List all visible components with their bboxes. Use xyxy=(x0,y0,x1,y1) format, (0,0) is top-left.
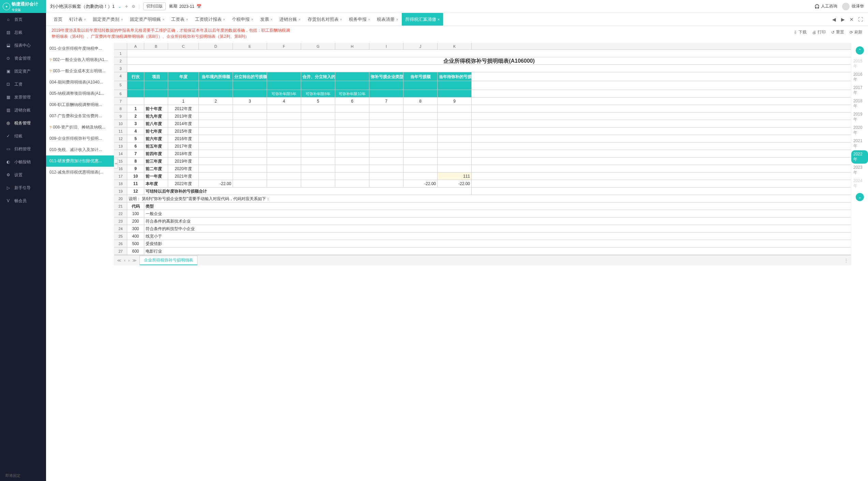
cell-rowno[interactable]: 2 xyxy=(127,112,144,120)
form-item-7[interactable]: ?008-资产折旧、摊销及纳税... xyxy=(46,122,114,133)
cell-rowno[interactable]: 7 xyxy=(127,150,144,157)
year-2023年[interactable]: 2023年 xyxy=(851,164,868,177)
consult-button[interactable]: 🎧 人工咨询 xyxy=(814,3,837,9)
tab-close-all-button[interactable]: ✕ xyxy=(848,17,855,22)
refresh-button[interactable]: ⟳刷新 xyxy=(850,29,863,35)
tab-3[interactable]: 固定资产明细账× xyxy=(127,13,168,26)
tab-close-icon[interactable]: × xyxy=(84,17,86,21)
year-2020年[interactable]: 2020年 xyxy=(851,124,868,137)
nav-item-13[interactable]: ▷新手引导 xyxy=(0,181,46,194)
sheet-tab-menu[interactable]: ⋮ xyxy=(844,258,848,263)
cell-rowno[interactable]: 3 xyxy=(127,120,144,127)
year-2018年[interactable]: 2018年 xyxy=(851,97,868,110)
download-button[interactable]: ⇩下载 xyxy=(794,29,807,35)
col-header-G[interactable]: G xyxy=(301,43,335,49)
form-item-4[interactable]: 005-纳税调整项目明细表(A1... xyxy=(46,88,114,99)
nav-item-11[interactable]: ◐小畅报销 xyxy=(0,155,46,168)
year-2022年[interactable]: 2022年 xyxy=(851,150,868,164)
form-item-6[interactable]: 007-广告费和业务宣传费跨... xyxy=(46,110,114,122)
form-item-11[interactable]: 012-减免所得税优惠明细表(... xyxy=(46,167,114,178)
sheet-body[interactable]: 12企业所得税弥补亏损明细表(A106000)34行次项目年度当年境内所得额分立… xyxy=(114,50,851,255)
gear-icon[interactable]: ⚙ xyxy=(132,4,135,9)
nav-item-1[interactable]: ▤总账 xyxy=(0,26,46,39)
nav-item-8[interactable]: ◎税务管理 xyxy=(0,117,46,130)
tab-12[interactable]: 所得税汇算清缴× xyxy=(402,13,443,26)
year-2015年[interactable]: 2015年 xyxy=(851,57,868,71)
tab-close-icon[interactable]: × xyxy=(162,17,164,21)
tab-7[interactable]: 发票× xyxy=(257,13,276,26)
nav-item-7[interactable]: ▥进销台账 xyxy=(0,104,46,117)
nav-item-14[interactable]: V畅会员 xyxy=(0,194,46,207)
cell-rowno[interactable]: 12 xyxy=(127,187,144,195)
tab-close-icon[interactable]: × xyxy=(298,17,300,21)
nav-item-3[interactable]: ⊙资金管理 xyxy=(0,52,46,65)
form-item-9[interactable]: 010-免税、减计收入及加计... xyxy=(46,144,114,155)
add-account-button[interactable]: + xyxy=(125,3,128,10)
nav-item-9[interactable]: ✓结账 xyxy=(0,130,46,142)
period-value[interactable]: 2023-11 xyxy=(179,4,194,9)
tab-prev-button[interactable]: ◀ xyxy=(830,17,837,22)
cell-rowno[interactable]: 4 xyxy=(127,127,144,135)
cell-rowno[interactable]: 11 xyxy=(127,180,144,187)
year-2019年[interactable]: 2019年 xyxy=(851,110,868,124)
nav-item-5[interactable]: ⊡工资 xyxy=(0,78,46,91)
chevron-down-icon[interactable]: ⌄ xyxy=(118,4,121,9)
tab-10[interactable]: 税务申报× xyxy=(345,13,373,26)
cell-rowno[interactable]: 5 xyxy=(127,135,144,142)
tab-close-icon[interactable]: × xyxy=(438,17,440,21)
form-item-2[interactable]: ?003-一般企业成本支出明细... xyxy=(46,65,114,77)
col-header-F[interactable]: F xyxy=(267,43,301,49)
year-down-button[interactable]: ⌄ xyxy=(856,193,864,201)
tab-close-icon[interactable]: × xyxy=(270,17,273,21)
cell-rowno[interactable]: 8 xyxy=(127,157,144,165)
year-2016年[interactable]: 2016年 xyxy=(851,71,868,84)
col-header-E[interactable]: E xyxy=(233,43,267,49)
tab-6[interactable]: 个税申报× xyxy=(229,13,256,26)
col-header-K[interactable]: K xyxy=(438,43,472,49)
tab-0[interactable]: 首页 xyxy=(50,13,66,26)
year-up-button[interactable]: ⌃ xyxy=(856,46,864,55)
col-header-B[interactable]: B xyxy=(144,43,168,49)
account-selector[interactable]: 刘小艳演示账套（勿删勿动！）1 xyxy=(50,3,115,10)
tab-close-icon[interactable]: × xyxy=(121,17,123,21)
tab-close-icon[interactable]: × xyxy=(396,17,398,21)
cell-rowno[interactable]: 10 xyxy=(127,172,144,180)
form-item-1[interactable]: ?002-一般企业收入明细表(A1... xyxy=(46,54,114,65)
tab-close-icon[interactable]: × xyxy=(368,17,370,21)
tab-close-icon[interactable]: × xyxy=(340,17,342,21)
sheet-tab-first[interactable]: ≪ xyxy=(117,258,121,263)
sheet-tab-prev[interactable]: ‹ xyxy=(124,258,126,263)
nav-item-4[interactable]: ▣固定资产 xyxy=(0,65,46,78)
form-item-0[interactable]: 001-企业所得税年度纳税申... xyxy=(46,43,114,54)
tab-11[interactable]: 税表清册× xyxy=(373,13,401,26)
form-item-5[interactable]: 006-职工薪酬纳税调整明细... xyxy=(46,99,114,110)
switch-old-button[interactable]: 切到旧版 xyxy=(143,2,166,10)
year-2017年[interactable]: 2017年 xyxy=(851,84,868,97)
col-header-D[interactable]: D xyxy=(199,43,233,49)
col-header-I[interactable]: I xyxy=(369,43,403,49)
col-header-A[interactable]: A xyxy=(127,43,144,49)
tab-close-icon[interactable]: × xyxy=(223,17,225,21)
calendar-icon[interactable]: 📅 xyxy=(196,4,202,9)
nav-item-10[interactable]: ▭归档管理 xyxy=(0,142,46,155)
form-item-10[interactable]: 011-研发费用加计扣除优惠... xyxy=(46,155,114,167)
tab-2[interactable]: 固定资产类别× xyxy=(89,13,126,26)
col-header-H[interactable]: H xyxy=(335,43,369,49)
sheet-tab-next[interactable]: › xyxy=(128,258,130,263)
year-2021年[interactable]: 2021年 xyxy=(851,137,868,150)
form-item-8[interactable]: 009-企业所得税弥补亏损明... xyxy=(46,133,114,144)
tab-next-button[interactable]: ▶ xyxy=(839,17,846,22)
reset-button[interactable]: ↺重置 xyxy=(831,29,844,35)
tab-8[interactable]: 进销台账× xyxy=(276,13,304,26)
print-button[interactable]: 🖨打印 xyxy=(812,29,826,35)
tab-close-icon[interactable]: × xyxy=(186,17,188,21)
tab-5[interactable]: 工资统计报表× xyxy=(192,13,229,26)
cell-rowno[interactable]: 9 xyxy=(127,165,144,172)
nav-item-0[interactable]: ⌂首页 xyxy=(0,13,46,26)
tab-close-icon[interactable]: × xyxy=(251,17,253,21)
col-header-C[interactable]: C xyxy=(168,43,199,49)
year-2024年[interactable]: 2024年 xyxy=(851,177,868,190)
user-menu[interactable]: 徐泽华 xyxy=(842,3,864,10)
col-header-J[interactable]: J xyxy=(403,43,438,49)
collapse-handle[interactable]: ≪ xyxy=(114,159,118,168)
